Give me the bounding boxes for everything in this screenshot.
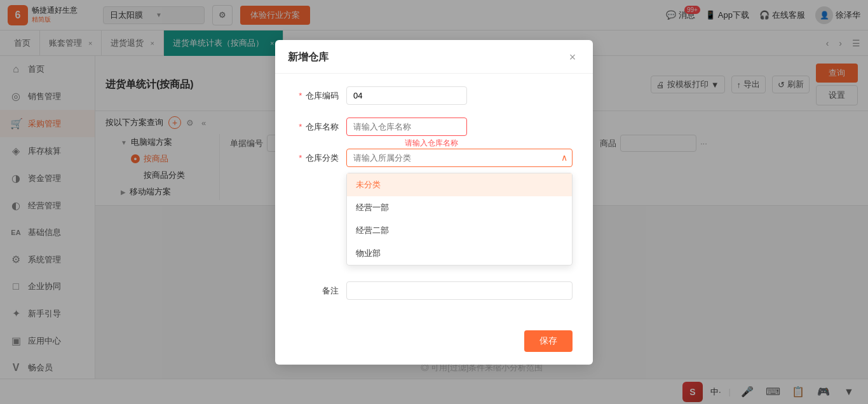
modal-footer: 保存 xyxy=(275,330,593,352)
dropdown-item-uncategorized[interactable]: 未分类 xyxy=(347,173,572,196)
name-label: * 仓库名称 xyxy=(295,118,346,133)
notes-input[interactable] xyxy=(346,281,573,300)
modal-header: 新增仓库 × xyxy=(275,40,593,74)
notes-field-wrapper xyxy=(346,281,573,300)
code-input[interactable] xyxy=(346,86,467,105)
save-button[interactable]: 保存 xyxy=(524,330,573,352)
form-row-code: * 仓库编码 xyxy=(295,86,573,105)
modal-title: 新增仓库 xyxy=(288,51,329,64)
modal-overlay[interactable]: 新增仓库 × * 仓库编码 * 仓库名称 xyxy=(0,0,868,404)
category-input[interactable] xyxy=(346,149,573,167)
category-dropdown-wrapper: ∧ 未分类 经营一部 经营二部 物业部 xyxy=(346,149,573,167)
code-field-wrapper xyxy=(346,86,573,105)
form-row-name: * 仓库名称 请输入仓库名称 xyxy=(295,118,573,136)
dropdown-item-dept2[interactable]: 经营二部 xyxy=(347,219,572,242)
category-dropdown-arrow-icon[interactable]: ∧ xyxy=(561,152,567,163)
dropdown-item-dept3[interactable]: 物业部 xyxy=(347,242,572,265)
form-row-category: * 仓库分类 ∧ 未分类 经营一部 经营二部 物业部 xyxy=(295,149,573,167)
category-dropdown-list: 未分类 经营一部 经营二部 物业部 xyxy=(346,173,573,266)
code-label: * 仓库编码 xyxy=(295,86,346,102)
name-error-message: 请输入仓库名称 xyxy=(405,138,458,149)
form-row-notes: 备注 xyxy=(295,281,573,300)
modal-body: * 仓库编码 * 仓库名称 请输入仓库名称 xyxy=(275,74,593,325)
notes-label: 备注 xyxy=(295,281,346,297)
modal-new-warehouse: 新增仓库 × * 仓库编码 * 仓库名称 xyxy=(275,40,593,365)
modal-close-button[interactable]: × xyxy=(565,50,580,65)
name-field-wrapper: 请输入仓库名称 xyxy=(346,118,573,136)
dropdown-item-dept1[interactable]: 经营一部 xyxy=(347,196,572,219)
name-input[interactable] xyxy=(346,118,467,136)
category-label: * 仓库分类 xyxy=(295,149,346,164)
